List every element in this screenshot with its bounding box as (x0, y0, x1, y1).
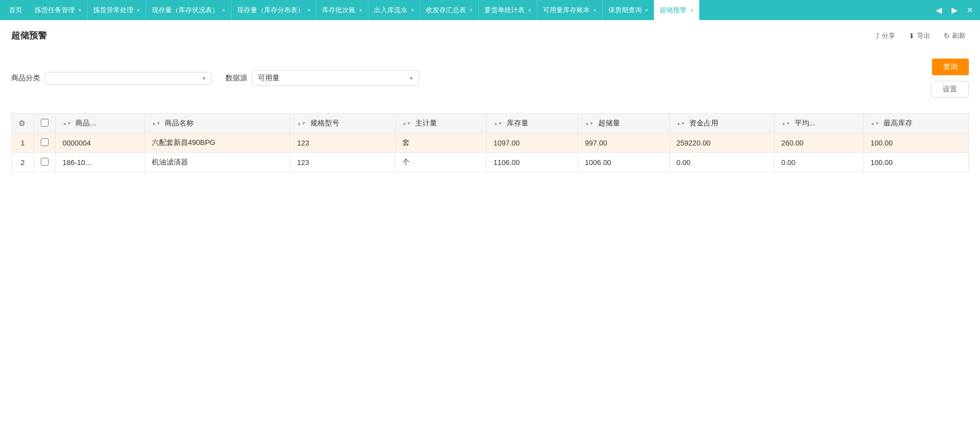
nav-tab-close-8[interactable]: × (593, 7, 597, 13)
nav-tab-label-4: 库存批次账 (322, 6, 356, 15)
th-capital[interactable]: ▲▼ 资金占用 (669, 114, 774, 133)
nav-tab-label-9: 保质期查询 (608, 6, 642, 15)
nav-tab-0[interactable]: 拣货任务管理 × (29, 0, 88, 20)
page-content: 超储预警 ⤴ 分享 ⬇ 导出 ↻ 刷新 商品分类 ▾ 数据源 (0, 20, 980, 446)
nav-tab-label-1: 拣货异常处理 (93, 6, 133, 15)
refresh-icon: ↻ (944, 32, 950, 40)
refresh-button[interactable]: ↻ 刷新 (940, 29, 969, 43)
th-product-name[interactable]: ▲▼ 商品名称 (145, 114, 290, 133)
row-product-code-2: 186-10... (56, 153, 145, 172)
table-row: 1 0000004 六配套新昌490BPG 123 套 1097.00 997.… (12, 133, 969, 153)
gear-icon[interactable]: ⚙ (18, 119, 26, 128)
nav-tab-label-8: 可用量库存账本 (543, 6, 590, 15)
nav-tab-close-0[interactable]: × (78, 7, 81, 13)
export-label: 导出 (917, 31, 930, 41)
nav-home[interactable]: 首页 (2, 6, 29, 15)
row-capital-2: 0.00 (669, 153, 774, 172)
nav-tab-label-7: 要货单统计表 (484, 6, 525, 15)
share-icon: ⤴ (876, 32, 880, 40)
th-max-stock[interactable]: ▲▼ 最高库存 (863, 114, 968, 133)
category-select[interactable]: ▾ (45, 72, 212, 85)
nav-arrows: ◀ ▶ ✕ (931, 0, 978, 20)
nav-close-all-button[interactable]: ✕ (962, 0, 978, 20)
row-checkbox-2[interactable] (41, 158, 49, 166)
th-unit[interactable]: ▲▼ 主计量 (395, 114, 487, 133)
nav-tab-close-1[interactable]: × (137, 7, 140, 13)
datasource-filter: 数据源 可用量 ▾ (225, 70, 419, 86)
row-num-2: 2 (12, 153, 34, 172)
row-overstock-2: 1006.00 (578, 153, 670, 172)
row-capital-1: 259220.00 (669, 133, 774, 153)
category-label: 商品分类 (11, 73, 40, 83)
export-icon: ⬇ (909, 32, 915, 40)
nav-tab-close-4[interactable]: × (359, 7, 362, 13)
th-overstock[interactable]: ▲▼ 超储量 (578, 114, 670, 133)
nav-tab-10[interactable]: 超储预警 × (654, 0, 699, 20)
nav-tab-2[interactable]: 现存量（库存状况表） × (146, 0, 232, 20)
datasource-value: 可用量 (258, 73, 280, 83)
th-checkbox[interactable] (34, 114, 56, 133)
nav-tab-close-5[interactable]: × (411, 7, 414, 13)
sort-arrows-max-stock: ▲▼ (871, 122, 880, 126)
refresh-label: 刷新 (952, 31, 965, 41)
nav-next-button[interactable]: ▶ (947, 0, 962, 20)
share-button[interactable]: ⤴ 分享 (872, 29, 899, 43)
row-avg-2: 0.00 (775, 153, 864, 172)
row-avg-1: 260.00 (775, 133, 864, 153)
nav-tab-label-10: 超储预警 (660, 6, 686, 15)
export-button[interactable]: ⬇ 导出 (905, 29, 934, 43)
query-button[interactable]: 查询 (932, 59, 969, 75)
header-actions: ⤴ 分享 ⬇ 导出 ↻ 刷新 (872, 29, 969, 43)
nav-tab-4[interactable]: 库存批次账 × (316, 0, 368, 20)
nav-tab-3[interactable]: 现存量（库存分布表） × (232, 0, 317, 20)
share-label: 分享 (882, 31, 895, 41)
th-product-code[interactable]: ▲▼ 商品... (56, 114, 145, 133)
th-spec-label: 规格型号 (310, 119, 339, 127)
table-row: 2 186-10... 机油滤清器 123 个 1106.00 1006.00 … (12, 153, 969, 172)
nav-prev-button[interactable]: ◀ (931, 0, 947, 20)
sort-arrows-product-code: ▲▼ (63, 122, 71, 126)
nav-tab-8[interactable]: 可用量库存账本 × (537, 0, 603, 20)
row-max-stock-1: 100.00 (863, 133, 968, 153)
nav-tab-label-6: 收发存汇总表 (426, 6, 466, 15)
nav-tab-close-2[interactable]: × (222, 7, 225, 13)
nav-tab-1[interactable]: 拣货异常处理 × (88, 0, 146, 20)
nav-tab-9[interactable]: 保质期查询 × (603, 0, 655, 20)
nav-tab-5[interactable]: 出入库流水 × (368, 0, 420, 20)
datasource-chevron-icon: ▾ (410, 75, 413, 82)
nav-tab-6[interactable]: 收发存汇总表 × (420, 0, 479, 20)
setting-button[interactable]: 设置 (931, 81, 969, 98)
row-stock-1: 1097.00 (487, 133, 578, 153)
th-unit-label: 主计量 (415, 119, 437, 127)
chevron-down-icon: ▾ (203, 75, 206, 82)
sort-arrows-stock: ▲▼ (493, 122, 502, 126)
th-avg[interactable]: ▲▼ 平均... (775, 114, 864, 133)
nav-tab-close-9[interactable]: × (645, 7, 648, 13)
th-max-stock-label: 最高库存 (883, 119, 912, 127)
nav-tab-7[interactable]: 要货单统计表 × (479, 0, 537, 20)
th-avg-label: 平均... (795, 119, 815, 127)
th-stock[interactable]: ▲▼ 库存量 (487, 114, 578, 133)
nav-tab-close-6[interactable]: × (469, 7, 473, 13)
nav-tab-close-3[interactable]: × (308, 7, 311, 13)
nav-tab-close-7[interactable]: × (528, 7, 531, 13)
page-title: 超储预警 (11, 30, 47, 42)
th-product-code-label: 商品... (75, 119, 96, 127)
select-all-checkbox[interactable] (41, 119, 49, 127)
top-navigation: 首页 拣货任务管理 × 拣货异常处理 × 现存量（库存状况表） × 现存量（库存… (0, 0, 980, 20)
nav-tab-close-10[interactable]: × (690, 7, 693, 13)
row-checkbox-cell-1[interactable] (34, 133, 56, 153)
th-spec[interactable]: ▲▼ 规格型号 (290, 114, 395, 133)
row-checkbox-1[interactable] (41, 138, 49, 146)
nav-tab-label-3: 现存量（库存分布表） (237, 6, 304, 15)
th-gear[interactable]: ⚙ (12, 114, 34, 133)
row-overstock-1: 997.00 (578, 133, 670, 153)
datasource-select[interactable]: 可用量 ▾ (252, 70, 419, 86)
th-capital-label: 资金占用 (689, 119, 718, 127)
datasource-label: 数据源 (225, 73, 247, 83)
nav-tab-label-2: 现存量（库存状况表） (152, 6, 219, 15)
th-stock-label: 库存量 (507, 119, 529, 127)
row-product-code-1: 0000004 (56, 133, 145, 153)
row-spec-2: 123 (290, 153, 395, 172)
row-checkbox-cell-2[interactable] (34, 153, 56, 172)
